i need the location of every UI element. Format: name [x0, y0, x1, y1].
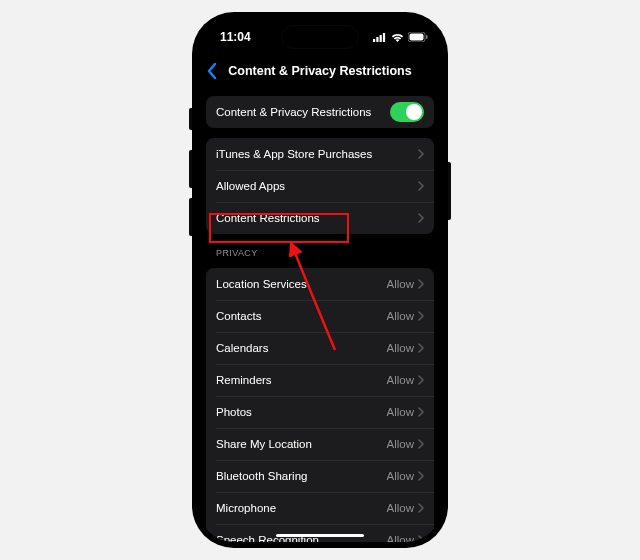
chevron-right-icon: [418, 503, 424, 513]
row-label: Calendars: [216, 342, 387, 354]
row-label: Reminders: [216, 374, 387, 386]
home-indicator[interactable]: [276, 534, 364, 538]
screen: 11:04 Content & Privacy Restrictions Con…: [198, 18, 442, 542]
svg-rect-1: [376, 37, 378, 42]
chevron-right-icon: [418, 375, 424, 385]
row-label: Share My Location: [216, 438, 387, 450]
section-header-privacy: Privacy: [206, 248, 434, 258]
side-button: [448, 162, 451, 220]
dynamic-island: [282, 26, 358, 48]
group-privacy: Location Services Allow Contacts Allow C…: [206, 268, 434, 542]
row-bluetooth-sharing[interactable]: Bluetooth Sharing Allow: [206, 460, 434, 492]
row-location-services[interactable]: Location Services Allow: [206, 268, 434, 300]
iphone-frame: 11:04 Content & Privacy Restrictions Con…: [192, 12, 448, 548]
chevron-right-icon: [418, 181, 424, 191]
row-value: Allow: [387, 438, 414, 450]
row-allowed-apps[interactable]: Allowed Apps: [206, 170, 434, 202]
row-label: Location Services: [216, 278, 387, 290]
row-microphone[interactable]: Microphone Allow: [206, 492, 434, 524]
row-calendars[interactable]: Calendars Allow: [206, 332, 434, 364]
row-value: Allow: [387, 502, 414, 514]
row-content-restrictions[interactable]: Content Restrictions: [206, 202, 434, 234]
group-main: iTunes & App Store Purchases Allowed App…: [206, 138, 434, 234]
row-label: Content Restrictions: [216, 212, 418, 224]
page-title: Content & Privacy Restrictions: [198, 64, 442, 78]
volume-up-button: [189, 150, 192, 188]
row-label: Contacts: [216, 310, 387, 322]
row-value: Allow: [387, 406, 414, 418]
row-label: iTunes & App Store Purchases: [216, 148, 418, 160]
svg-rect-5: [410, 34, 424, 41]
row-reminders[interactable]: Reminders Allow: [206, 364, 434, 396]
chevron-right-icon: [418, 439, 424, 449]
cellular-icon: [373, 33, 387, 42]
settings-list[interactable]: Content & Privacy Restrictions iTunes & …: [198, 86, 442, 542]
back-button[interactable]: [206, 62, 218, 80]
chevron-right-icon: [418, 343, 424, 353]
chevron-right-icon: [418, 311, 424, 321]
svg-rect-2: [380, 35, 382, 42]
volume-down-button: [189, 198, 192, 236]
chevron-right-icon: [418, 279, 424, 289]
toggle-switch[interactable]: [390, 102, 424, 122]
row-share-location[interactable]: Share My Location Allow: [206, 428, 434, 460]
chevron-right-icon: [418, 213, 424, 223]
chevron-left-icon: [206, 62, 218, 80]
svg-rect-6: [426, 35, 428, 39]
row-label: Content & Privacy Restrictions: [216, 106, 390, 118]
row-value: Allow: [387, 470, 414, 482]
chevron-right-icon: [418, 407, 424, 417]
row-value: Allow: [387, 310, 414, 322]
nav-bar: Content & Privacy Restrictions: [198, 56, 442, 86]
chevron-right-icon: [418, 471, 424, 481]
status-time: 11:04: [220, 30, 251, 44]
row-value: Allow: [387, 342, 414, 354]
svg-rect-3: [383, 33, 385, 42]
row-contacts[interactable]: Contacts Allow: [206, 300, 434, 332]
chevron-right-icon: [418, 535, 424, 542]
row-photos[interactable]: Photos Allow: [206, 396, 434, 428]
row-itunes-purchases[interactable]: iTunes & App Store Purchases: [206, 138, 434, 170]
svg-rect-0: [373, 39, 375, 42]
row-value: Allow: [387, 534, 414, 542]
row-label: Microphone: [216, 502, 387, 514]
row-label: Allowed Apps: [216, 180, 418, 192]
row-content-privacy-toggle[interactable]: Content & Privacy Restrictions: [206, 96, 434, 128]
row-value: Allow: [387, 278, 414, 290]
row-label: Photos: [216, 406, 387, 418]
wifi-icon: [391, 33, 404, 42]
mute-switch: [189, 108, 192, 130]
battery-icon: [408, 32, 428, 42]
row-label: Bluetooth Sharing: [216, 470, 387, 482]
row-value: Allow: [387, 374, 414, 386]
chevron-right-icon: [418, 149, 424, 159]
group-toggle: Content & Privacy Restrictions: [206, 96, 434, 128]
